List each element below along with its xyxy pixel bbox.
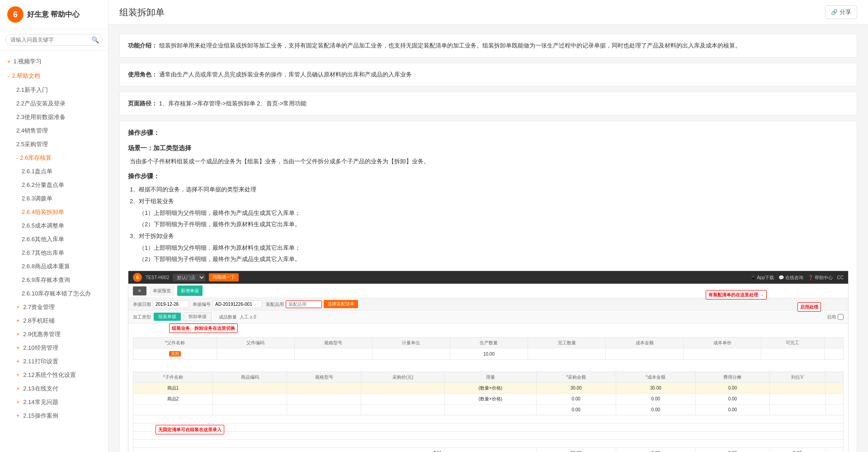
table-row: 关闭 10.00 xyxy=(133,348,844,359)
page-title: 组装拆卸单 xyxy=(119,6,165,19)
search-icon[interactable]: 🔍 xyxy=(91,36,99,43)
sidebar-item-newbie[interactable]: 2.1新手入门 xyxy=(0,83,108,97)
table-row xyxy=(133,431,844,439)
mock-store-select[interactable]: 默认门店 xyxy=(173,274,205,281)
mock-code-field: 单据编号 xyxy=(193,300,262,308)
sidebar-item-coupon[interactable]: + 2.9优惠券管理 xyxy=(0,328,108,341)
mock-tab-new[interactable]: 新增单据 xyxy=(177,285,203,296)
table-footer: 合计 89.08 0.06 0.00 0.00 xyxy=(133,447,844,452)
ops-steps-subtitle: 操作步骤： xyxy=(128,171,849,182)
sidebar: 6 好生意 帮助中心 🔍 + 1.视频学习 - 2.帮助文档 2.1新手入门 2… xyxy=(0,0,108,452)
intro-text: 组装拆卸单用来处理企业组装或拆卸等加工业务，支持有固定装配清单的产品加工业务，也… xyxy=(159,42,741,49)
mock-assembly-input[interactable] xyxy=(286,300,322,308)
step3-sub2: （2）下部明细为子件明细，最终作为产成品生成其它入库单。 xyxy=(128,254,849,264)
annotation-no-bom: 无固定清单可在组装在这里录入 xyxy=(156,425,224,434)
nav-area: + 1.视频学习 - 2.帮助文档 2.1新手入门 2.2产品安装及登录 2.3… xyxy=(0,51,108,452)
screenshot-container: 6 TEST-H002 默认门店 同期调一下 📱 App下载 💬 在线咨询 ❓ … xyxy=(128,271,849,452)
step1: 1、根据不同的业务，选择不同单据的类型来处理 xyxy=(128,185,849,195)
mock-select-btn[interactable]: 选择装配清单 xyxy=(324,300,358,308)
role-block: 使用角色： 通常由生产人员或库管人员完成拆装业务的操作，库管人员确认原材料的出库… xyxy=(119,63,857,86)
sidebar-item-other-in[interactable]: 2.6.6其他入库单 xyxy=(0,233,108,246)
sidebar-item-inventory[interactable]: - 2.6库存核算 xyxy=(0,151,108,165)
mock-date-field: 单据日期 xyxy=(133,300,189,308)
step2-sub1: （1）上部明细为父件明细，最终作为产成品生成其它入库单； xyxy=(128,208,849,218)
sidebar-item-purchase[interactable]: 2.5采购管理 xyxy=(0,138,108,151)
sidebar-item-adjustment[interactable]: 2.6.3调拨单 xyxy=(0,192,108,205)
sidebar-item-stock-error[interactable]: 2.6.10库存账本错了怎么办 xyxy=(0,287,108,300)
mock-disassemble-btn[interactable]: 拆卸单据 xyxy=(184,312,212,321)
mock-app-topbar: 6 TEST-H002 默认门店 同期调一下 📱 App下载 💬 在线咨询 ❓ … xyxy=(128,271,848,284)
sidebar-item-cost-adjust[interactable]: 2.6.5成本调整单 xyxy=(0,219,108,233)
search-input[interactable] xyxy=(5,34,103,46)
mock-sync-btn[interactable]: 同期调一下 xyxy=(209,273,239,281)
logo-text: 好生意 帮助中心 xyxy=(27,10,80,19)
share-button[interactable]: 🔗 分享 xyxy=(825,5,857,19)
sidebar-item-cost-recalc[interactable]: 2.6.8商品成本重算 xyxy=(0,260,108,273)
scenario1-desc: 当由多个子件材料组装成一个成品的业务为【组装】业务，当由一个父件拆分成多个子产品… xyxy=(128,157,849,167)
sidebar-item-payment[interactable]: + 2.13在线支付 xyxy=(0,382,108,395)
search-area: 🔍 xyxy=(0,29,108,51)
expand-icon: + xyxy=(7,58,11,65)
sidebar-item-mobile[interactable]: + 2.8手机旺铺 xyxy=(0,314,108,328)
main-content: 组装拆卸单 🔗 分享 功能介绍： 组装拆卸单用来处理企业组装或拆卸等加工业务，支… xyxy=(108,0,868,452)
mock-table2-area: 无固定清单可在组装在这里录入 *子件名称 商品编码 规格型号 采购价(元) 用量… xyxy=(128,362,848,452)
mock-assembly-field: 装配品用 选择装配清单 xyxy=(266,300,358,308)
step3-sub1: （1）上部明细为父件明细，最终作为原材料生成其它出库单； xyxy=(128,243,849,253)
sidebar-item-install[interactable]: 2.2产品安装及登录 xyxy=(0,97,108,110)
sidebar-item-ops[interactable]: + 2.10经营管理 xyxy=(0,341,108,355)
sidebar-item-sales[interactable]: 2.4销售管理 xyxy=(0,124,108,138)
mock-screen: 6 TEST-H002 默认门店 同期调一下 📱 App下载 💬 在线咨询 ❓ … xyxy=(128,271,848,452)
sidebar-item-other-out[interactable]: 2.6.7其他出库单 xyxy=(0,246,108,260)
mock-tab-preview[interactable]: 单据预览 xyxy=(149,285,175,296)
mock-table2: *子件名称 商品编码 规格型号 采购价(元) 用量 *采购金额 *成本金额 费用… xyxy=(133,371,844,452)
role-label: 使用角色： xyxy=(128,71,157,78)
table-row: 商品1 (数量×价格) 30.00 30.00 0.00 xyxy=(133,382,844,393)
step2: 2、对于组装业务 xyxy=(128,196,849,206)
sidebar-item-docs[interactable]: - 2.帮助文档 xyxy=(0,69,108,83)
mock-date-input[interactable] xyxy=(153,300,189,308)
mock-enable-area: 启用 启用处理 xyxy=(827,313,844,321)
mock-type-row: 加工类型 组装单据 拆卸单据 成品数量 人工 ≥ 0 组装业务、拆卸业务在这里切… xyxy=(128,310,848,324)
sidebar-item-cases[interactable]: + 2.15操作案例 xyxy=(0,409,108,423)
ops-title: 操作步骤： xyxy=(128,128,849,138)
annotation-assembly: 有装配清单的在这里处理 → xyxy=(706,290,767,300)
intro-label: 功能介绍： xyxy=(128,42,157,49)
sidebar-item-stock-query[interactable]: 2.6.9库存账本查询 xyxy=(0,273,108,287)
annotation-enable: 启用处理 xyxy=(797,302,821,312)
path-label: 页面路径： xyxy=(128,100,157,107)
mock-enable-checkbox[interactable] xyxy=(838,314,844,320)
annotation-type: 组装业务、拆卸业务在这里切换 xyxy=(169,324,238,333)
sidebar-item-capital[interactable]: + 2.7资金管理 xyxy=(0,300,108,314)
sidebar-item-data-prep[interactable]: 2.3使用前数据准备 xyxy=(0,110,108,124)
sidebar-item-print[interactable]: + 2.11打印设置 xyxy=(0,355,108,368)
scenario1-title: 场景一：加工类型选择 xyxy=(128,143,849,154)
sidebar-item-video[interactable]: + 1.视频学习 xyxy=(0,54,108,69)
table-row: 0.00 0.00 0.00 xyxy=(133,404,844,415)
table-row: 商品2 (数量×价格) 0.00 0.00 0.00 xyxy=(133,393,844,404)
sidebar-item-partial-stocktake[interactable]: 2.6.2分量盘点单 xyxy=(0,178,108,192)
role-text: 通常由生产人员或库管人员完成拆装业务的操作，库管人员确认原材料的出库和产成品的入… xyxy=(159,71,412,78)
topbar: 组装拆卸单 🔗 分享 xyxy=(108,0,868,25)
content-area: 功能介绍： 组装拆卸单用来处理企业组装或拆卸等加工业务，支持有固定装配清单的产品… xyxy=(108,25,868,452)
mock-app-id: TEST-H002 xyxy=(146,274,169,281)
intro-block: 功能介绍： 组装拆卸单用来处理企业组装或拆卸等加工业务，支持有固定装配清单的产品… xyxy=(119,34,857,57)
logo-icon: 6 xyxy=(7,6,24,23)
step2-sub2: （2）下部明细为子件明细，最终作为原材料生成其它出库单。 xyxy=(128,219,849,229)
mock-form-toolbar: 单据日期 单据编号 装配品用 选择装配清单 有 xyxy=(128,298,848,310)
mock-topbar-links: 📱 App下载 💬 在线咨询 ❓ 帮助中心 CC xyxy=(750,274,844,281)
sidebar-item-assembly[interactable]: 2.6.4组装拆卸单 xyxy=(0,205,108,219)
mock-assemble-btn[interactable]: 组装单据 xyxy=(154,313,181,321)
search-box: 🔍 xyxy=(5,34,103,46)
table-row xyxy=(133,439,844,447)
logo-area: 6 好生意 帮助中心 xyxy=(0,0,108,29)
sidebar-item-faq[interactable]: + 2.14常见问题 xyxy=(0,395,108,409)
mock-table1: *父件名称 父件编码 规格型号 计量单位 生产数量 完工数量 成本金额 成本单价… xyxy=(133,337,844,359)
table-row xyxy=(133,415,844,423)
table-row xyxy=(133,423,844,431)
step3: 3、对于拆卸业务 xyxy=(128,231,849,241)
mock-code-input[interactable] xyxy=(212,300,262,308)
sidebar-item-custom[interactable]: + 2.12系统个性化设置 xyxy=(0,368,108,382)
path-block: 页面路径： 1、库存核算->库存管理->组装拆卸单 2、首页->常用功能 xyxy=(119,92,857,115)
path-text: 1、库存核算->库存管理->组装拆卸单 2、首页->常用功能 xyxy=(159,100,307,107)
sidebar-item-stocktake[interactable]: 2.6.1盘点单 xyxy=(0,165,108,178)
